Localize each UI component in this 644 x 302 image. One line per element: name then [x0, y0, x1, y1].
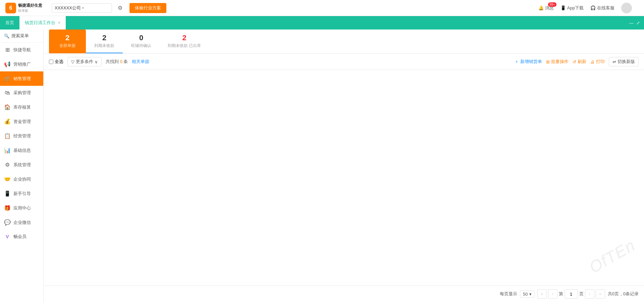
- search-label: 搜索菜单: [11, 33, 29, 39]
- quick-nav-icon: ⊞: [4, 47, 11, 53]
- add-sales-order-button[interactable]: ＋ 新增销货单: [515, 59, 542, 65]
- stat-number-all: 2: [65, 34, 69, 42]
- batch-operation-button[interactable]: ⊞ 批量操作: [546, 59, 569, 65]
- select-all-checkbox[interactable]: 全选: [49, 59, 63, 65]
- avatar[interactable]: [621, 3, 632, 13]
- filter-chevron: ∨: [95, 59, 98, 64]
- app-name: 畅捷通好生意: [18, 3, 42, 8]
- sidebar-item-finance-mgmt[interactable]: 💰 资金管理: [0, 114, 43, 129]
- main-layout: 🔍 搜索菜单 ⊞ 快捷导航 📢 营销推广 🛒 销售管理 🛍 采购管理 🏠 库存核…: [0, 29, 644, 302]
- ops-icon: 📋: [4, 133, 11, 139]
- sidebar-item-label: 基础信息: [13, 147, 31, 154]
- filter-label: 更多条件: [76, 59, 93, 65]
- filter-icon: ▽: [71, 59, 74, 64]
- stat-number-overdue-shipped: 2: [182, 34, 186, 42]
- tab-home[interactable]: 首页: [0, 16, 19, 29]
- sidebar-item-label: 经营管理: [13, 133, 31, 139]
- next-page-icon: ›: [589, 292, 590, 296]
- sys-icon: ⚙: [4, 162, 11, 168]
- company-selector[interactable]: XXXXXX公司 ▾: [52, 3, 112, 13]
- stat-tab-overdue[interactable]: 2 到期未收款: [86, 29, 123, 53]
- watermark: OfTEn: [586, 236, 639, 277]
- stat-number-wangpu: 0: [139, 34, 143, 42]
- refresh-icon: ↺: [573, 59, 576, 64]
- sales-icon: 🛒: [4, 75, 11, 82]
- tab-label: 钱货日清工作台: [25, 20, 55, 26]
- sidebar-item-purchase-mgmt[interactable]: 🛍 采购管理: [0, 86, 43, 100]
- tab-daily-cashflow[interactable]: 钱货日清工作台 ×: [19, 16, 66, 29]
- batch-icon: ⊞: [546, 59, 550, 64]
- last-page-button[interactable]: »: [596, 289, 605, 299]
- chevron-down-icon: ▾: [82, 6, 84, 10]
- app-version: 标准版: [18, 8, 42, 13]
- purchase-icon: 🛍: [4, 90, 11, 96]
- settings-button[interactable]: ⚙: [115, 3, 125, 13]
- per-page-chevron-icon: ▾: [529, 292, 532, 297]
- sidebar-item-newbie-guide[interactable]: 📱 新手引导: [0, 186, 43, 201]
- sidebar-item-marketing[interactable]: 📢 营销推广: [0, 57, 43, 71]
- sidebar-item-ops-mgmt[interactable]: 📋 经营管理: [0, 129, 43, 143]
- sidebar-item-sys-mgmt[interactable]: ⚙ 系统管理: [0, 158, 43, 172]
- per-page-label: 每页显示: [500, 291, 517, 297]
- toolbar: 全选 ▽ 更多条件 ∨ 共找到 0 条 相关单据 ＋ 新增销货单 ⊞ 批: [44, 54, 644, 70]
- wechat-icon: 💬: [4, 219, 11, 226]
- related-link[interactable]: 相关单据: [132, 59, 149, 65]
- header-right: 🔔 消息 99+ 📱 App下载 🎧 在线客服: [538, 3, 639, 13]
- switch-version-button[interactable]: ⇌ 切换新版: [609, 57, 639, 66]
- sidebar-item-sales-mgmt[interactable]: 🛒 销售管理: [0, 71, 43, 86]
- app-download-button[interactable]: 📱 App下载: [560, 5, 584, 11]
- page-nav: « ‹ 第 页 › »: [537, 289, 605, 299]
- per-page-select[interactable]: 50 ▾: [520, 291, 534, 298]
- print-button[interactable]: 🖨 打印: [590, 59, 605, 65]
- app-center-icon: 🎁: [4, 205, 11, 211]
- first-page-button[interactable]: «: [537, 289, 547, 299]
- stat-label-overdue-shipped: 到期未收款 已出库: [168, 43, 201, 49]
- sidebar-item-enterprise-coop[interactable]: 🤝 企业协同: [0, 172, 43, 186]
- experience-plan-button[interactable]: 体验行业方案: [129, 3, 166, 13]
- company-name: XXXXXX公司: [55, 5, 81, 11]
- prev-page-icon: ‹: [552, 292, 553, 296]
- next-page-button[interactable]: ›: [585, 289, 594, 299]
- sidebar-item-inventory[interactable]: 🏠 库存核算: [0, 100, 43, 114]
- add-btn-label: 新增销货单: [520, 59, 542, 65]
- sidebar-item-app-center[interactable]: 🎁 应用中心: [0, 201, 43, 215]
- minimize-icon: —: [629, 20, 634, 25]
- sidebar-item-basic-info[interactable]: 📊 基础信息: [0, 143, 43, 158]
- sidebar-item-label: 采购管理: [13, 90, 31, 96]
- stat-tab-wangpu[interactable]: 0 旺辅待确认: [123, 29, 160, 53]
- expand-icon: ⤢: [636, 20, 640, 25]
- stat-label-overdue: 到期未收款: [94, 43, 114, 49]
- sidebar-item-label: 营销推广: [13, 61, 31, 67]
- prev-page-button[interactable]: ‹: [548, 289, 557, 299]
- inventory-icon: 🏠: [4, 104, 11, 110]
- sidebar-item-member[interactable]: V 畅会员: [0, 230, 43, 244]
- sidebar-item-label: 畅会员: [13, 234, 26, 240]
- stat-tab-overdue-shipped[interactable]: 2 到期未收款 已出库: [160, 29, 209, 53]
- messages-badge: 99+: [548, 2, 556, 7]
- sidebar-item-quick-nav[interactable]: ⊞ 快捷导航: [0, 43, 43, 57]
- stat-label-wangpu: 旺辅待确认: [131, 43, 151, 49]
- sidebar-search[interactable]: 🔍 搜索菜单: [0, 29, 43, 43]
- online-service-button[interactable]: 🎧 在线客服: [590, 5, 614, 11]
- tab-expand-button[interactable]: — ⤢: [625, 16, 644, 29]
- sidebar-item-label: 销售管理: [13, 76, 31, 82]
- stat-number-overdue: 2: [102, 34, 106, 42]
- switch-icon: ⇌: [612, 59, 616, 64]
- service-icon: 🎧: [590, 5, 596, 10]
- top-header: 6 畅捷通好生意 标准版 XXXXXX公司 ▾ ⚙ 体验行业方案 🔔 消息 99…: [0, 0, 644, 16]
- home-label: 首页: [5, 20, 14, 26]
- sidebar-item-label: 资金管理: [13, 119, 31, 125]
- app-logo-icon: 6: [5, 3, 16, 13]
- sidebar-item-label: 快捷导航: [13, 47, 31, 53]
- page-number-input[interactable]: [565, 289, 578, 299]
- messages-button[interactable]: 🔔 消息 99+: [538, 5, 554, 11]
- refresh-button[interactable]: ↺ 刷新: [573, 59, 586, 65]
- sidebar-item-enterprise-wechat[interactable]: 💬 企业微信: [0, 215, 43, 230]
- stats-tabs: 2 全部单据 2 到期未收款 0 旺辅待确认 2 到期未收款 已出库: [44, 29, 644, 54]
- checkbox-input[interactable]: [49, 60, 53, 64]
- page-prefix: 第: [559, 291, 563, 297]
- tab-close-icon[interactable]: ×: [58, 20, 60, 25]
- more-filter-button[interactable]: ▽ 更多条件 ∨: [67, 57, 102, 66]
- stat-tab-all[interactable]: 2 全部单据: [49, 29, 86, 53]
- last-page-icon: »: [599, 292, 601, 296]
